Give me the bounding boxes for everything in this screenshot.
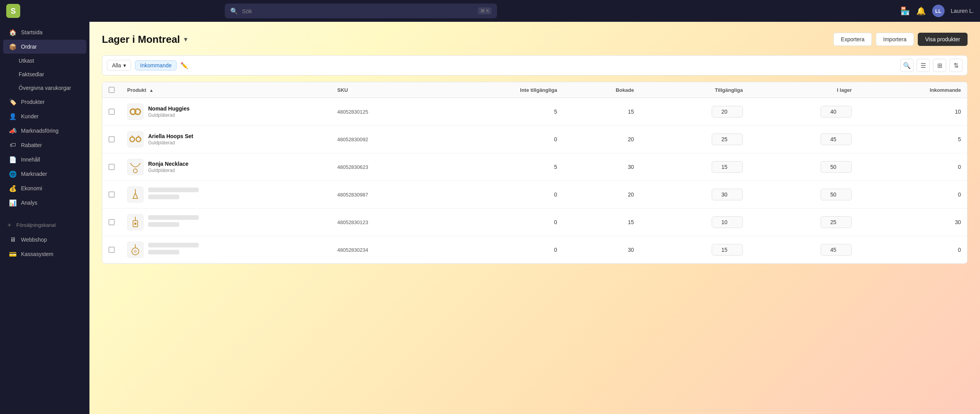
search-filter-button[interactable]: 🔍 [900,59,914,72]
search-icon: 🔍 [230,7,238,15]
sku-column-header: SKU [331,82,439,98]
available-input[interactable] [712,133,743,145]
instock-input-cell[interactable] [749,209,858,236]
sidebar-item-faktsedlar[interactable]: Faktsedlar [3,68,86,81]
list-icon: ☰ [920,62,926,69]
booked-column-header: Bokade [564,82,640,98]
row-checkbox[interactable] [108,247,115,253]
edit-icon: ✏️ [180,62,188,69]
product-thumbnail [127,186,144,203]
orders-icon: 📦 [9,43,16,50]
view-products-button[interactable]: Visa produkter [918,33,968,46]
sidebar-item-marknader[interactable]: 🌐 Marknader [3,167,86,181]
sidebar-label-webbshop: Webbshop [21,237,47,243]
sidebar-footer-försäljningskanal[interactable]: ＋ Försäljningskanal [0,218,89,232]
header-actions: Exportera Importera Visa produkter [833,33,968,46]
incoming-cell: 0 [858,236,967,264]
instock-input[interactable] [821,133,852,145]
available-input-cell[interactable] [640,126,749,153]
instock-input-cell[interactable] [749,181,858,209]
unavailable-cell: 5 [439,98,563,126]
list-filter-button[interactable]: ☰ [917,59,930,72]
search-input[interactable] [242,8,474,14]
grid-icon: ⊞ [937,62,942,69]
unavailable-cell: 0 [439,209,563,236]
instock-input-cell[interactable] [749,98,858,126]
svg-marker-10 [133,193,138,198]
sort-asc-icon[interactable]: ▲ [149,88,154,93]
sidebar-item-rabatter[interactable]: 🏷 Rabatter [3,138,86,152]
sidebar-item-startsida[interactable]: 🏠 Startsida [3,25,86,39]
search-bar[interactable]: 🔍 ⌘ K [225,4,497,18]
sort-button[interactable]: ⇅ [949,59,962,72]
sidebar-item-overgivna[interactable]: Övergivna varukorgar [3,81,86,95]
filter-tag-label: Inkommande [140,62,172,68]
instock-input-cell[interactable] [749,236,858,264]
row-checkbox[interactable] [108,136,115,142]
row-checkbox[interactable] [108,109,115,115]
sidebar-item-innehåll[interactable]: 📄 Innehåll [3,153,86,167]
product-cell [121,181,331,209]
available-input-cell[interactable] [640,98,749,126]
instock-input[interactable] [821,216,852,228]
available-input-cell[interactable] [640,181,749,209]
filter-edit-button[interactable]: ✏️ [180,62,188,69]
sidebar-label-rabatter: Rabatter [21,142,42,148]
all-filter-label: Alla [112,62,121,68]
available-input[interactable] [712,161,743,173]
sidebar-item-utkast[interactable]: Utkast [3,54,86,67]
import-button[interactable]: Importera [876,33,914,46]
incoming-cell: 30 [858,209,967,236]
available-input-cell[interactable] [640,153,749,181]
instock-input[interactable] [821,106,852,118]
incoming-cell: 0 [858,181,967,209]
shopify-logo: S [6,4,20,18]
sidebar-label-ordrar: Ordrar [21,44,37,50]
instock-input-cell[interactable] [749,153,858,181]
available-input[interactable] [712,189,743,200]
select-all-checkbox[interactable] [108,87,115,93]
sidebar-item-ekonomi[interactable]: 💰 Ekonomi [3,181,86,195]
available-input[interactable] [712,244,743,256]
row-checkbox-cell [102,126,121,153]
instock-input-cell[interactable] [749,126,858,153]
product-thumbnail [127,242,144,258]
sidebar-item-produkter[interactable]: 🏷️ Produkter [3,95,86,109]
export-button[interactable]: Exportera [833,33,872,46]
available-input[interactable] [712,216,743,228]
available-input-cell[interactable] [640,209,749,236]
row-checkbox[interactable] [108,164,115,170]
products-icon: 🏷️ [9,98,16,105]
instock-input[interactable] [821,161,852,173]
product-thumbnail [127,159,144,175]
main-content: Lager i Montreal ▾ Exportera Importera V… [89,22,980,414]
sidebar-item-webbshop[interactable]: 🖥 Webbshop [3,233,86,247]
sidebar-label-produkter: Produkter [21,99,45,105]
sidebar-label-overgivna: Övergivna varukorgar [19,85,71,91]
page-title-group: Lager i Montreal ▾ [102,33,187,46]
available-input[interactable] [712,106,743,118]
title-dropdown-button[interactable]: ▾ [184,35,187,44]
sidebar-item-analys[interactable]: 📊 Analys [3,196,86,210]
row-checkbox-cell [102,236,121,264]
instock-input[interactable] [821,189,852,200]
avatar[interactable]: LL [932,5,945,17]
sidebar-item-kassasystem[interactable]: 💳 Kassasystem [3,247,86,261]
all-filter-dropdown[interactable]: Alla ▾ [107,60,131,71]
available-input-cell[interactable] [640,236,749,264]
sidebar-item-ordrar[interactable]: 📦 Ordrar [3,40,86,54]
table-row: 48052830987 0 20 0 [102,181,967,209]
row-checkbox-cell [102,181,121,209]
instock-input[interactable] [821,244,852,256]
store-icon[interactable]: 🏪 [900,6,910,16]
chevron-down-icon: ▾ [123,62,126,68]
sidebar-item-kunder[interactable]: 👤 Kunder [3,109,86,123]
home-icon: 🏠 [9,29,16,36]
sidebar-item-marknadsföring[interactable]: 📣 Marknadsföring [3,124,86,138]
bell-icon[interactable]: 🔔 [916,6,926,16]
row-checkbox[interactable] [108,191,115,198]
row-checkbox[interactable] [108,219,115,225]
grid-filter-button[interactable]: ⊞ [933,59,946,72]
sku-cell: 48052830092 [331,126,439,153]
row-checkbox-cell [102,98,121,126]
